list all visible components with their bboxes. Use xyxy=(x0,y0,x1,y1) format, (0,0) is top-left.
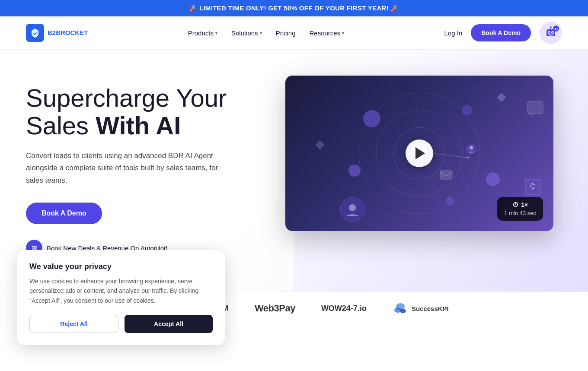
logo[interactable]: B2BROCKET xyxy=(26,24,88,42)
logo-web3pay: Web3Pay xyxy=(255,303,295,314)
nav-item-pricing[interactable]: Pricing xyxy=(276,29,296,37)
logo-successkpi: SuccessKPI xyxy=(393,301,449,316)
logo-wow24-7: WOW24-7.io xyxy=(321,304,367,313)
hero-right: ⏱ ⏱1× 1 min 43 sec xyxy=(277,76,562,231)
video-duration: 1 min 43 sec xyxy=(504,210,536,216)
svg-text:AI: AI xyxy=(554,27,558,31)
nav-link-solutions[interactable]: Solutions ▾ xyxy=(231,29,262,37)
announcement-bar: 🚀 LIMITED TIME ONLY! GET 50% OFF OF YOUR… xyxy=(0,0,588,16)
reject-all-button[interactable]: Reject All xyxy=(29,315,118,325)
svg-point-35 xyxy=(400,309,406,313)
cookie-buttons: Reject All Accept All xyxy=(29,315,213,325)
hero-title: Supercharge Your Sales With AI xyxy=(26,84,277,140)
cookie-title: We value your privacy xyxy=(29,262,213,271)
chevron-down-icon: ▾ xyxy=(260,31,262,35)
login-link[interactable]: Log In xyxy=(444,29,463,37)
book-demo-button-hero[interactable]: Book A Demo xyxy=(26,203,102,224)
svg-point-7 xyxy=(550,26,552,28)
cookie-banner: We value your privacy We use cookies to … xyxy=(17,250,225,325)
nav-links: Products ▾ Solutions ▾ Pricing Resources… xyxy=(188,29,344,37)
nav-item-solutions[interactable]: Solutions ▾ xyxy=(231,29,262,37)
video-info-badge: ⏱1× 1 min 43 sec xyxy=(497,197,543,221)
nav-actions: Log In Book A Demo AI xyxy=(444,22,562,44)
chevron-down-icon: ▾ xyxy=(215,31,217,35)
nav-item-products[interactable]: Products ▾ xyxy=(188,29,217,37)
svg-point-4 xyxy=(549,32,550,33)
logo-text: B2BROCKET xyxy=(48,29,88,37)
robot-avatar: AI xyxy=(540,22,562,44)
navbar: B2BROCKET Products ▾ Solutions ▾ Pricing… xyxy=(0,16,588,50)
video-speed: ⏱1× xyxy=(504,201,536,208)
video-container[interactable]: ⏱ ⏱1× 1 min 43 sec xyxy=(285,76,553,231)
nav-link-resources[interactable]: Resources ▾ xyxy=(309,29,344,37)
hero-subtitle: Convert leads to clients using an advanc… xyxy=(26,150,233,187)
hero-left: Supercharge Your Sales With AI Convert l… xyxy=(26,76,277,274)
announcement-text: 🚀 LIMITED TIME ONLY! GET 50% OFF OF YOUR… xyxy=(189,4,399,12)
chevron-down-icon: ▾ xyxy=(342,31,344,35)
nav-link-pricing[interactable]: Pricing xyxy=(276,29,296,37)
nav-link-products[interactable]: Products ▾ xyxy=(188,29,217,37)
accept-all-button[interactable]: Accept All xyxy=(125,315,213,325)
logo-icon xyxy=(26,24,44,42)
book-demo-button-nav[interactable]: Book A Demo xyxy=(471,24,531,41)
svg-rect-8 xyxy=(549,35,553,35)
nav-item-resources[interactable]: Resources ▾ xyxy=(309,29,344,37)
play-button[interactable] xyxy=(406,140,433,167)
cookie-text: We use cookies to enhance your browsing … xyxy=(29,276,213,305)
svg-point-5 xyxy=(552,32,553,33)
